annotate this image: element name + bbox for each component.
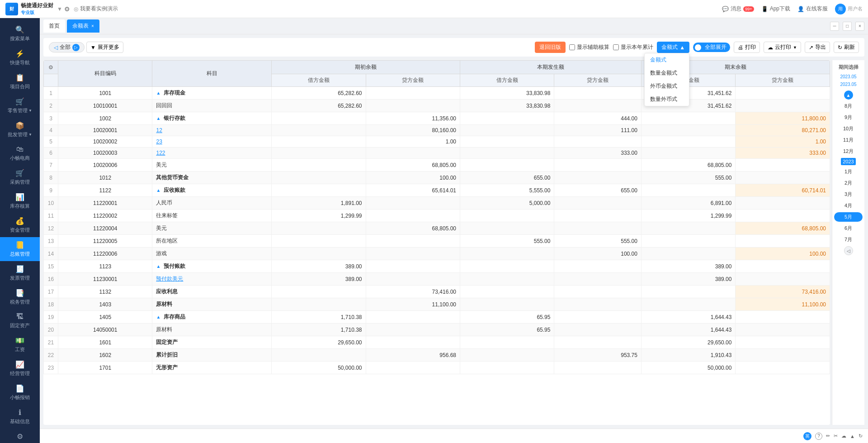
expand-more-btn[interactable]: ▼ 展开更多 <box>86 42 123 53</box>
show-year-checkbox[interactable]: 显示本年累计 <box>613 43 653 51</box>
window-close-btn[interactable]: × <box>855 22 864 31</box>
cell-opening-debit <box>272 349 366 362</box>
dropdown-item-qty-foreign[interactable]: 数量外币式 <box>645 93 689 106</box>
period-up-arrow[interactable]: ▲ <box>844 91 853 100</box>
sidebar-item-salary[interactable]: 💵 工资 <box>0 333 40 357</box>
status-cut-btn[interactable]: ✂ <box>834 433 838 439</box>
status-cloud-btn[interactable]: ☁ <box>841 433 846 439</box>
demo-link[interactable]: ◎ 我要看实例演示 <box>74 5 118 13</box>
window-minimize-btn[interactable]: ─ <box>830 22 839 31</box>
period-oct[interactable]: 10月 <box>834 124 863 133</box>
sidebar-item-ecommerce[interactable]: 🛍 小畅电商 <box>0 142 40 165</box>
cell-name: 所在地区 <box>152 235 272 248</box>
dropdown-item-qty-amount[interactable]: 数量金额式 <box>645 67 689 80</box>
message-btn[interactable]: 💬 消息 99+ <box>722 5 754 13</box>
tab-balance-sheet[interactable]: 余额表 × <box>67 19 99 33</box>
show-year-input[interactable] <box>613 44 619 50</box>
sidebar-item-assets[interactable]: 🏗 固定资产 <box>0 309 40 333</box>
sidebar-item-quick-nav[interactable]: ⚡ 快捷导航 <box>0 46 40 70</box>
dropdown-item-amount[interactable]: 金额式 <box>645 53 689 67</box>
cell-closing-credit <box>736 235 830 248</box>
status-refresh-btn[interactable]: ↻ <box>859 433 863 439</box>
breadcrumb-nav-right[interactable]: ▷ <box>72 44 80 51</box>
sidebar-item-finance[interactable]: 💰 资金管理 <box>0 213 40 237</box>
sidebar-item-wholesale[interactable]: 📦 批发管理 ▼ <box>0 118 40 142</box>
export-btn[interactable]: ↗ 导出 <box>805 42 830 53</box>
period-nov[interactable]: 11月 <box>834 135 863 145</box>
cell-period-debit <box>460 336 554 349</box>
cloud-print-btn[interactable]: ☁ 云打印 ▼ <box>764 42 801 53</box>
cell-period-credit <box>554 336 642 349</box>
expand-icon[interactable]: ▲ <box>156 116 162 121</box>
cell-row-num: 21 <box>44 336 58 349</box>
cell-name[interactable]: 预付款美元 <box>152 273 272 286</box>
status-lang-btn[interactable]: 英 <box>803 432 811 440</box>
period-apr[interactable]: 4月 <box>834 201 863 210</box>
sidebar-item-tax[interactable]: 📑 税务管理 <box>0 285 40 309</box>
sidebar-item-sales-report[interactable]: 📄 小畅报销 <box>0 381 40 405</box>
expand-icon[interactable]: ▲ <box>156 264 162 269</box>
app-download-btn[interactable]: 📱 App下载 <box>761 5 790 13</box>
cell-name: 其他货币资金 <box>152 171 272 184</box>
sidebar-item-retail[interactable]: 🛒 零售管理 ▼ <box>0 94 40 118</box>
period-feb[interactable]: 2月 <box>834 178 863 188</box>
cell-opening-credit: 68,805.00 <box>366 222 460 235</box>
expand-icon[interactable]: ▲ <box>156 91 162 95</box>
period-jul[interactable]: 7月 <box>834 235 863 244</box>
period-year-2023[interactable]: 2023 <box>841 158 855 165</box>
sidebar-item-purchase[interactable]: 🛒 采购管理 <box>0 165 40 189</box>
dropdown-item-foreign-amount[interactable]: 外币金额式 <box>645 80 689 93</box>
sidebar-item-invoice[interactable]: 🧾 发票管理 <box>0 261 40 285</box>
cell-opening-debit <box>272 298 366 311</box>
cell-name[interactable]: 122 <box>152 148 272 159</box>
cell-period-credit: 111.00 <box>554 125 642 136</box>
period-mar[interactable]: 3月 <box>834 190 863 199</box>
expand-icon[interactable]: ▲ <box>156 188 162 193</box>
show-assist-input[interactable] <box>569 44 575 50</box>
window-maximize-btn[interactable]: □ <box>843 22 852 31</box>
sidebar-item-system[interactable]: ⚙ 系统管理 <box>0 429 40 443</box>
online-service-btn[interactable]: 👤 在线客服 <box>797 5 828 13</box>
print-icon: 🖨 <box>738 44 743 51</box>
tab-close-btn[interactable]: × <box>91 24 94 29</box>
page-content: ◁ 全部 ▷ ▼ 展开更多 退回旧版 显示辅助核算 <box>40 34 868 429</box>
period-aug[interactable]: 8月 <box>834 101 863 111</box>
amount-type-btn[interactable]: 金额式 ▲ <box>657 42 689 53</box>
tabs-bar: 首页 余额表 × ─ □ × <box>40 18 868 34</box>
status-help-btn[interactable]: ? <box>815 433 822 440</box>
sidebar-item-search[interactable]: 🔍 搜索菜单 <box>0 22 40 46</box>
tab-home[interactable]: 首页 <box>43 19 65 33</box>
print-btn[interactable]: 🖨 打印 <box>734 42 760 53</box>
return-old-version-btn[interactable]: 退回旧版 <box>535 42 566 53</box>
sidebar-item-project[interactable]: 📋 项目合同 <box>0 70 40 94</box>
status-edit-btn[interactable]: ✏ <box>826 433 830 439</box>
sidebar-item-basic-info[interactable]: ℹ 基础信息 <box>0 405 40 429</box>
tab-home-label: 首页 <box>49 22 60 30</box>
sidebar-item-ledger[interactable]: 📒 总账管理 <box>0 237 40 261</box>
nav-dropdown-arrow[interactable]: ▼ <box>57 6 62 12</box>
table-settings-icon[interactable]: ⚙ <box>48 64 53 71</box>
sidebar-item-operations[interactable]: 📈 经营管理 <box>0 357 40 381</box>
expand-icon[interactable]: ▲ <box>156 314 162 319</box>
refresh-btn[interactable]: ↻ 刷新 <box>834 42 859 53</box>
sidebar-item-inventory[interactable]: 📊 库存核算 <box>0 189 40 213</box>
show-assist-checkbox[interactable]: 显示辅助核算 <box>569 43 609 51</box>
settings-gear-icon[interactable]: ⚙ <box>64 5 70 13</box>
cut-icon: ✂ <box>834 433 838 439</box>
period-jun[interactable]: 6月 <box>834 224 863 233</box>
cell-name[interactable]: 23 <box>152 136 272 148</box>
period-dec[interactable]: 12月 <box>834 147 863 156</box>
refresh-status-icon: ↻ <box>859 433 863 439</box>
expand-all-toggle[interactable]: 全部展开 <box>693 43 730 52</box>
panel-collapse-btn[interactable]: ◁ <box>844 246 853 255</box>
cell-period-debit <box>460 125 554 136</box>
breadcrumb-nav-left[interactable]: ◁ <box>54 44 58 51</box>
period-sep[interactable]: 9月 <box>834 113 863 122</box>
cell-closing-debit: 389.00 <box>641 273 735 286</box>
status-upload-btn[interactable]: ▲ <box>850 433 855 439</box>
cloud-icon: ☁ <box>768 44 773 51</box>
period-jan[interactable]: 1月 <box>834 167 863 176</box>
user-avatar[interactable]: 用 用户名 <box>835 4 863 14</box>
period-may[interactable]: 5月 <box>834 212 863 222</box>
cell-name[interactable]: 12 <box>152 125 272 136</box>
